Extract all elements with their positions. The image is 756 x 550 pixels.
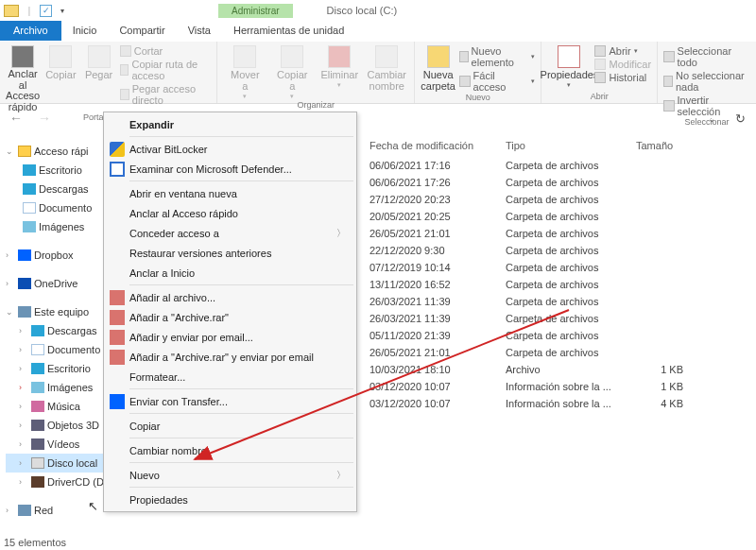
tree-3d-objects[interactable]: ›Objetos 3D [6,416,104,435]
separator [129,438,353,438]
qat-dropdown-icon[interactable]: ▾ [54,2,71,19]
ctx-new-window[interactable]: Abrir en ventana nueva [105,183,355,203]
tree-music[interactable]: ›Música [6,397,104,416]
easy-access-button[interactable]: Fácil acceso ▾ [459,70,536,93]
delete-button[interactable]: Eliminar▾ [318,43,361,89]
tree-documents2[interactable]: ›Documento [6,340,104,359]
new-item-icon [459,51,469,62]
shield-icon [110,142,125,157]
tree-downloads[interactable]: Descargas [6,180,104,198]
group-label: Abrir [547,92,651,103]
ctx-add-rar-email[interactable]: Añadir a "Archive.rar" y enviar por emai… [105,347,355,367]
tree-dropbox[interactable]: ›Dropbox [6,246,104,265]
easy-access-icon [459,76,471,87]
tab-file[interactable]: Archivo [0,21,61,41]
folder-icon[interactable] [4,5,19,17]
ctx-add-email[interactable]: Añadir y enviar por email... [105,327,355,347]
ctx-pin-start[interactable]: Anclar a Inicio [105,263,355,283]
ctx-new[interactable]: Nuevo〉 [105,465,355,485]
tree-videos[interactable]: ›Vídeos [6,435,104,454]
select-none-button[interactable]: No seleccionar nada [663,70,750,93]
copy-button[interactable]: Copiar [43,43,77,80]
tree-desktop[interactable]: Escritorio [6,161,104,180]
move-to-button[interactable]: Mover a▾ [223,43,266,100]
pc-icon [18,306,31,318]
select-all-icon [663,51,674,62]
ctx-format[interactable]: Formatear... [105,367,355,387]
tree-onedrive[interactable]: ›OneDrive [6,274,104,293]
tree-driver-cd[interactable]: ›DriverCD (D [6,473,104,491]
col-type[interactable]: Tipo [506,140,636,151]
tree-downloads2[interactable]: ›Descargas [6,321,104,340]
back-button[interactable]: ← [8,111,25,126]
paste-button[interactable]: Pegar [81,43,115,80]
ctx-copy[interactable]: Copiar [105,416,355,436]
select-small-buttons: Seleccionar todo No seleccionar nada Inv… [663,43,750,117]
copy-to-button[interactable]: Copiar a▾ [270,43,314,100]
copy-icon [49,45,72,68]
paste-shortcut-icon [120,89,129,100]
cut-button[interactable]: Cortar [120,45,212,57]
tab-drive-tools[interactable]: Herramientas de unidad [222,21,355,41]
winrar-icon [110,350,125,365]
forward-button[interactable]: → [36,111,53,126]
new-folder-button[interactable]: Nueva carpeta [421,43,455,92]
tab-home[interactable]: Inicio [61,21,109,41]
refresh-button[interactable]: ↻ [731,112,748,126]
open-small-buttons: Abrir ▾ Modificar Historial [594,43,651,83]
new-item-button[interactable]: Nuevo elemento ▾ [459,45,536,68]
separator [129,413,353,414]
separator [129,180,353,181]
defender-icon [110,162,125,177]
properties-button[interactable]: Propiedades▾ [547,43,591,89]
ctx-properties[interactable]: Propiedades [105,490,355,509]
download-icon [23,183,36,195]
ctx-pin-quick[interactable]: Anclar al Acceso rápido [105,203,355,223]
separator [129,388,353,389]
ribbon-tabs: Archivo Inicio Compartir Vista Herramien… [0,21,756,42]
ctx-bitlocker[interactable]: Activar BitLocker [105,139,355,159]
paste-shortcut-button[interactable]: Pegar acceso directo [120,83,212,106]
ctx-grant-access[interactable]: Conceder acceso a〉 [105,223,355,243]
tab-share[interactable]: Compartir [108,21,176,41]
tree-documents[interactable]: Documento [6,198,104,217]
star-icon [18,146,31,157]
cursor-icon: ↖ [88,499,98,513]
address-dropdown-icon[interactable]: ⌄ [703,113,720,124]
select-none-icon [663,76,673,87]
pin-quick-access-button[interactable]: Anclar al Acceso rápido [6,43,40,112]
ribbon: Anclar al Acceso rápido Copiar Pegar Cor… [0,42,756,104]
tab-view[interactable]: Vista [177,21,222,41]
ctx-expand[interactable]: Expandir [105,114,355,134]
col-modified[interactable]: Fecha de modificación [369,140,506,151]
tree-pictures2[interactable]: ›Imágenes [6,378,104,397]
tree-this-pc[interactable]: ⌄Este equipo [6,302,104,321]
properties-icon [558,45,580,68]
ctx-add-archive[interactable]: Añadir al archivo... [105,287,355,307]
checkbox-icon[interactable]: ✓ [40,5,52,17]
navigation-tree: ⌄Acceso rápi Escritorio Descargas Docume… [0,132,104,529]
pin-icon [11,45,34,68]
copy-path-button[interactable]: Copiar ruta de acceso [120,59,212,81]
open-button[interactable]: Abrir ▾ [594,45,651,57]
new-folder-icon [427,45,450,68]
document-icon [23,202,36,214]
separator [129,487,353,488]
rename-button[interactable]: Cambiar nombre [365,43,408,92]
group-label: Nuevo [421,93,535,104]
edit-button[interactable]: Modificar [594,59,651,70]
col-size[interactable]: Tamaño [636,140,693,151]
tree-quick-access[interactable]: ⌄Acceso rápi [6,142,104,161]
tree-pictures[interactable]: Imágenes [6,217,104,236]
ctx-restore[interactable]: Restaurar versiones anteriores [105,243,355,263]
tree-desktop2[interactable]: ›Escritorio [6,359,104,378]
ctx-defender[interactable]: Examinar con Microsoft Defender... [105,159,355,179]
ctx-add-rar[interactable]: Añadir a "Archive.rar" [105,307,355,327]
select-all-button[interactable]: Seleccionar todo [663,45,750,68]
desktop-icon [31,363,44,374]
tree-local-disk[interactable]: ›Disco local [6,454,104,473]
winrar-icon [110,290,125,305]
ctx-transfer[interactable]: Enviar con Transfer... [105,391,355,411]
ctx-rename[interactable]: Cambiar nombre [105,440,355,460]
history-button[interactable]: Historial [594,72,651,83]
